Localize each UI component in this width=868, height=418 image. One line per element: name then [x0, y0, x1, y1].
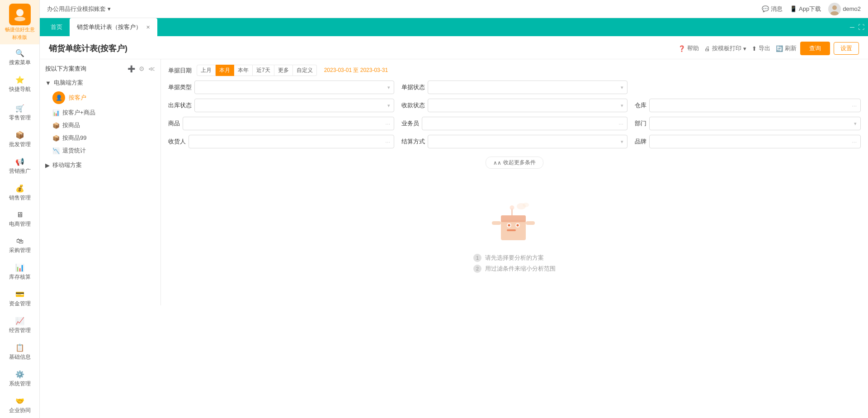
doc-type-control[interactable]: ▾: [194, 81, 394, 94]
sidebar-item-ecommerce[interactable]: 🖥 电商管理: [0, 206, 39, 233]
scheme-by-goods99[interactable]: 📦 按商品99: [40, 132, 160, 144]
doc-status-control[interactable]: ▾: [428, 81, 627, 94]
workspace-selector[interactable]: 办公用品行业模拟账套 ▾: [47, 5, 111, 13]
payment-status-label: 收款状态: [401, 101, 425, 109]
app-download-btn[interactable]: 📱 App下载: [790, 5, 821, 13]
tab-close-icon[interactable]: ✕: [146, 24, 150, 30]
sidebar-item-marketing[interactable]: 📢 营销推广: [0, 153, 39, 180]
edit-scheme-icon[interactable]: ⚙: [139, 65, 145, 72]
settle-method-filter: 结算方式 ▾: [401, 135, 627, 148]
sidebar-item-label: 资金管理: [9, 300, 31, 308]
svg-point-9: [517, 224, 519, 227]
tree-expand-icon: ▼: [45, 80, 51, 86]
desktop-scheme-group[interactable]: ▼ 电脑端方案: [40, 76, 160, 89]
topbar-left: 办公用品行业模拟账套 ▾: [47, 5, 111, 13]
date-tab-last-month[interactable]: 上月: [197, 65, 216, 76]
tab-sales-stat[interactable]: 销货单统计表（按客户） ✕: [70, 18, 157, 36]
sidebar-item-system[interactable]: ⚙️ 系统管理: [0, 366, 39, 392]
empty-state: 1 请先选择要分析的方案 2 用过滤条件来缩小分析范围: [168, 172, 861, 300]
sidebar-item-label: 企业协同: [9, 407, 31, 414]
salesman-control[interactable]: ···: [422, 117, 627, 130]
sidebar-item-finance[interactable]: 💳 资金管理: [0, 285, 39, 312]
out-status-caret-icon: ▾: [387, 103, 390, 109]
date-tab-custom[interactable]: 自定义: [293, 65, 317, 76]
settle-method-control[interactable]: ▾: [428, 135, 627, 148]
sidebar-item-cooperation[interactable]: 🤝 企业协同: [0, 392, 39, 418]
main-area: 办公用品行业模拟账套 ▾ 💬 消息 📱 App下载 demo2 首页: [40, 0, 868, 418]
sidebar-item-search-menu[interactable]: 🔍 搜索菜单: [0, 44, 39, 71]
out-status-label: 出库状态: [168, 101, 192, 109]
sidebar-item-sales[interactable]: 💰 销售管理: [0, 180, 39, 206]
collapse-panel-icon[interactable]: ≪: [148, 65, 155, 72]
brand-control[interactable]: ···: [649, 135, 861, 148]
date-tab-last7days[interactable]: 近7天: [253, 65, 274, 76]
help-btn[interactable]: ❓ 帮助: [678, 44, 699, 52]
desktop-group-label: 电脑端方案: [54, 79, 83, 87]
date-tab-this-month[interactable]: 本月: [216, 65, 234, 76]
user-profile[interactable]: demo2: [828, 3, 861, 15]
inventory-icon: 📊: [15, 263, 24, 272]
sales-icon: 💰: [15, 184, 24, 193]
out-status-control[interactable]: ▾: [194, 99, 394, 112]
scheme-return-stat[interactable]: 📉 退货统计: [40, 144, 160, 157]
query-button[interactable]: 查询: [800, 42, 830, 55]
message-btn[interactable]: 💬 消息: [762, 5, 783, 13]
goods-control[interactable]: ···: [183, 117, 394, 130]
sidebar-item-label: 搜索菜单: [9, 59, 31, 66]
content-inner: 销货单统计表(按客户) ❓ 帮助 🖨 按模板打印 ▾ ⬆: [40, 36, 868, 418]
collapse-more-btn[interactable]: ∧∧ 收起更多条件: [486, 157, 543, 169]
sidebar-item-base-info[interactable]: 📋 基础信息: [0, 339, 39, 366]
department-control[interactable]: ▾: [649, 117, 861, 130]
tab-home[interactable]: 首页: [43, 18, 70, 36]
tab-sales-stat-label: 销货单统计表（按客户）: [77, 23, 142, 31]
tip2-num: 2: [473, 265, 481, 273]
svg-point-0: [16, 9, 24, 16]
tab-maximize-btn[interactable]: ⛶: [858, 24, 864, 31]
topbar: 办公用品行业模拟账套 ▾ 💬 消息 📱 App下载 demo2: [40, 0, 868, 18]
export-icon: ⬆: [752, 45, 757, 52]
logo-subtitle: 标准版: [12, 34, 27, 41]
sidebar-item-purchase[interactable]: 🛍 采购管理: [0, 233, 39, 259]
settings-button[interactable]: 设置: [834, 42, 859, 55]
svg-rect-11: [492, 221, 501, 225]
add-scheme-icon[interactable]: ➕: [127, 65, 135, 72]
tab-minimize-btn[interactable]: ─: [850, 24, 854, 31]
svg-rect-5: [501, 215, 526, 222]
mobile-scheme-group[interactable]: ▶ 移动端方案: [40, 159, 160, 171]
doc-status-caret-icon: ▾: [621, 85, 623, 90]
by-goods-label: 按商品: [62, 121, 80, 129]
warehouse-control[interactable]: ···: [649, 99, 861, 112]
doc-type-filter: 单据类型 ▾: [168, 81, 394, 94]
refresh-btn[interactable]: 🔄 刷新: [776, 44, 797, 52]
scheme-panel: 按以下方案查询 ➕ ⚙ ≪ ▼ 电脑端方案 👤: [40, 59, 161, 305]
two-panel: 按以下方案查询 ➕ ⚙ ≪ ▼ 电脑端方案 👤: [40, 59, 868, 305]
page-title: 销货单统计表(按客户): [49, 43, 127, 54]
export-btn[interactable]: ⬆ 导出: [752, 44, 770, 52]
receiver-control[interactable]: ···: [189, 135, 394, 148]
sidebar-item-quick-nav[interactable]: ⭐ 快捷导航: [0, 71, 39, 98]
date-range-display: 2023-03-01 至 2023-03-31: [324, 66, 388, 74]
logo-text: 畅捷信好生意: [5, 26, 35, 33]
scheme-by-customer-goods[interactable]: 📊 按客户+商品: [40, 106, 160, 119]
scheme-by-customer[interactable]: 👤 按客户: [40, 89, 160, 106]
date-tab-this-year[interactable]: 本年: [234, 65, 253, 76]
sidebar-item-label: 销售管理: [9, 194, 31, 202]
sidebar-item-wholesale[interactable]: 📦 批发管理: [0, 126, 39, 153]
sidebar-item-inventory[interactable]: 📊 库存核算: [0, 259, 39, 285]
scheme-by-goods[interactable]: 📦 按商品: [40, 119, 160, 132]
svg-point-14: [510, 205, 514, 210]
mobile-tree-expand-icon: ▶: [45, 162, 50, 169]
payment-status-control[interactable]: ▾: [428, 99, 627, 112]
help-icon: ❓: [678, 45, 685, 52]
svg-point-16: [523, 203, 529, 207]
cooperation-icon: 🤝: [15, 397, 24, 405]
sidebar-item-operations[interactable]: 📈 经营管理: [0, 312, 39, 339]
date-tab-more[interactable]: 更多: [274, 65, 293, 76]
marketing-icon: 📢: [15, 157, 24, 166]
doc-type-label: 单据类型: [168, 83, 192, 91]
sidebar-item-retail[interactable]: 🛒 零售管理: [0, 100, 39, 126]
print-btn[interactable]: 🖨 按模板打印 ▾: [704, 44, 746, 52]
doc-status-label: 单据状态: [401, 83, 425, 91]
date-filter-label: 单据日期: [168, 66, 193, 75]
print-label: 按模板打印: [712, 44, 741, 52]
